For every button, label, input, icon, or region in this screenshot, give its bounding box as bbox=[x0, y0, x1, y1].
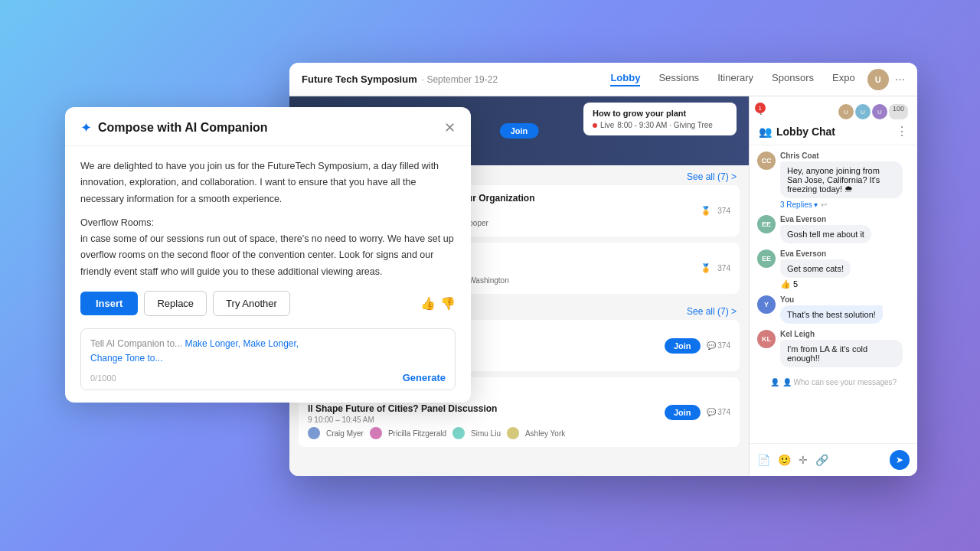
nav-itinerary[interactable]: Itinerary bbox=[717, 72, 753, 86]
nav-sessions[interactable]: Sessions bbox=[658, 72, 699, 86]
msg-body: Eva Everson Get some cats! 👍 5 bbox=[780, 249, 910, 289]
app-title: Future Tech Symposium bbox=[302, 73, 417, 85]
session-join-button[interactable]: Join bbox=[665, 338, 701, 354]
try-another-button[interactable]: Try Another bbox=[213, 291, 290, 316]
speaker-name: Simu Liu bbox=[471, 429, 501, 438]
link-icon[interactable]: 🔗 bbox=[815, 454, 828, 466]
hint-change-tone[interactable]: Change Tone to... bbox=[90, 353, 163, 364]
session-time: 9 10:00 – 10:45 AM bbox=[308, 416, 665, 424]
session-count: 374 bbox=[717, 207, 730, 215]
ai-generated-text: We are delighted to have you join us for… bbox=[80, 158, 456, 280]
insert-button[interactable]: Insert bbox=[80, 292, 138, 315]
chat-avatar: U bbox=[838, 104, 854, 119]
prompt-label: Tell AI Companion to... bbox=[90, 338, 182, 349]
send-button[interactable]: ➤ bbox=[890, 450, 910, 470]
speaker-avatar bbox=[370, 427, 382, 439]
chat-more-icon[interactable]: ⋮ bbox=[896, 124, 908, 139]
ai-text-p2: Overflow Rooms: in case some of our sess… bbox=[80, 215, 456, 280]
reactions: 👍 5 bbox=[780, 279, 910, 289]
session-right: Join 💬 374 bbox=[665, 338, 730, 354]
chat-avatar: U bbox=[855, 104, 871, 119]
chat-title-row: 👥 Lobby Chat ⋮ bbox=[759, 124, 908, 139]
speaker-avatar bbox=[308, 427, 320, 439]
msg-avatar: EE bbox=[757, 249, 776, 268]
msg-sender: Chris Coat bbox=[780, 152, 910, 160]
speaker-avatar bbox=[507, 427, 519, 439]
see-all-link-2[interactable]: See all (7) > bbox=[687, 306, 737, 317]
msg-bubble: Hey, anyone joining from San Jose, Calif… bbox=[780, 161, 903, 198]
msg-bubble: Get some cats! bbox=[780, 259, 851, 278]
ai-companion-modal: ✦ Compose with AI Companion ✕ We are del… bbox=[65, 107, 471, 403]
session-right: Join 💬 374 bbox=[665, 405, 730, 420]
nav-sponsors[interactable]: Sponsors bbox=[772, 72, 814, 86]
ai-prompt-area: Tell AI Companion to... Make Longer, Mak… bbox=[80, 328, 456, 390]
msg-bubble: Gosh tell me about it bbox=[780, 225, 871, 243]
ai-modal-header: ✦ Compose with AI Companion ✕ bbox=[65, 107, 471, 146]
app-subtitle: · September 19-22 bbox=[422, 74, 498, 85]
session-right: 🏅 374 bbox=[701, 206, 730, 216]
ai-actions: Insert Replace Try Another 👍 👎 bbox=[80, 291, 456, 316]
nav-more-icon[interactable]: ··· bbox=[895, 73, 905, 86]
thumbs-down-button[interactable]: 👎 bbox=[440, 296, 456, 311]
msg-avatar: KL bbox=[757, 330, 776, 348]
chat-message: KL Kel Leigh I'm from LA & it's cold eno… bbox=[757, 330, 910, 367]
speaker-name: Pricilla Fitzgerald bbox=[388, 429, 446, 438]
see-all-link-1[interactable]: See all (7) > bbox=[687, 171, 737, 182]
hero-card: How to grow your plant Live 8:00 - 9:30 … bbox=[583, 103, 737, 135]
chat-title: Lobby Chat bbox=[776, 126, 835, 138]
msg-bubble: That's the best solution! bbox=[780, 305, 883, 324]
replies-link[interactable]: 3 Replies ▾ bbox=[780, 201, 818, 209]
hero-card-live: Live 8:00 - 9:30 AM · Giving Tree bbox=[593, 121, 727, 129]
ai-title-row: ✦ Compose with AI Companion bbox=[80, 119, 268, 136]
back-icon-wrap: ‹ 1 bbox=[759, 106, 763, 118]
msg-sender: Eva Everson bbox=[780, 249, 910, 258]
session-count: 💬 374 bbox=[707, 341, 730, 350]
live-dot bbox=[593, 123, 597, 128]
who-sees-icon: 👤 bbox=[770, 378, 779, 386]
hint-make-longer-1[interactable]: Make Longer, bbox=[185, 338, 240, 349]
hero-card-title: How to grow your plant bbox=[593, 109, 727, 118]
user-avatar[interactable]: U bbox=[867, 69, 889, 90]
msg-sender: You bbox=[780, 295, 910, 304]
nav-expo[interactable]: Expo bbox=[832, 72, 855, 86]
chat-message: CC Chris Coat Hey, anyone joining from S… bbox=[757, 152, 910, 209]
speaker-name: Craig Myer bbox=[326, 429, 364, 438]
ai-text-overflow-label: Overflow Rooms: bbox=[80, 217, 154, 228]
hero-live-label: Live bbox=[600, 121, 614, 129]
chat-footer: 📄 🙂 ✛ 🔗 ➤ bbox=[750, 443, 917, 476]
hint-make-longer-2[interactable]: Make Longer, bbox=[243, 338, 299, 349]
session-emoji: 🏅 bbox=[701, 263, 711, 273]
ai-modal-title: Compose with AI Companion bbox=[98, 121, 268, 135]
notification-badge: 1 bbox=[755, 103, 766, 113]
nav-lobby[interactable]: Lobby bbox=[610, 72, 640, 86]
chat-panel: ‹ 1 U U U 100 👥 Lobby Chat ⋮ bbox=[749, 96, 917, 476]
msg-body: Kel Leigh I'm from LA & it's cold enough… bbox=[780, 330, 910, 367]
attachment-icon[interactable]: 📄 bbox=[757, 454, 770, 466]
session-join-button[interactable]: Join bbox=[665, 405, 701, 420]
chat-avatar: U bbox=[872, 104, 887, 119]
chat-messages: CC Chris Coat Hey, anyone joining from S… bbox=[750, 145, 917, 443]
replies-bar: 3 Replies ▾ ↩ bbox=[780, 201, 910, 209]
hero-card-time: 8:00 - 9:30 AM · Giving Tree bbox=[617, 121, 713, 129]
emoji-picker-icon[interactable]: 🙂 bbox=[778, 454, 791, 466]
nav-links: Lobby Sessions Itinerary Sponsors Expo bbox=[610, 72, 854, 86]
ai-close-button[interactable]: ✕ bbox=[444, 119, 456, 136]
chat-avatars: U U U 100 bbox=[838, 104, 908, 119]
plus-icon[interactable]: ✛ bbox=[799, 454, 808, 466]
replace-button[interactable]: Replace bbox=[144, 291, 207, 316]
msg-body: Eva Everson Gosh tell me about it bbox=[780, 215, 910, 243]
thumbs-up-button[interactable]: 👍 bbox=[420, 296, 436, 311]
people-icon: 👥 bbox=[759, 126, 772, 138]
chat-header: ‹ 1 U U U 100 👥 Lobby Chat ⋮ bbox=[750, 96, 917, 145]
generate-button[interactable]: Generate bbox=[403, 372, 446, 383]
ai-prompt-footer: 0/1000 Generate bbox=[81, 369, 455, 390]
hero-join-button[interactable]: Join bbox=[500, 123, 539, 139]
reply-icon: ↩ bbox=[821, 201, 827, 209]
feedback-icons: 👍 👎 bbox=[420, 296, 456, 311]
msg-avatar: Y bbox=[757, 295, 776, 314]
chat-header-top: ‹ 1 U U U 100 bbox=[759, 104, 908, 119]
msg-body: You That's the best solution! bbox=[780, 295, 910, 324]
ai-text-p3: in case some of our sessions run out of … bbox=[80, 233, 454, 277]
chat-message: Y You That's the best solution! bbox=[757, 295, 910, 324]
chat-message: EE Eva Everson Gosh tell me about it bbox=[757, 215, 910, 243]
